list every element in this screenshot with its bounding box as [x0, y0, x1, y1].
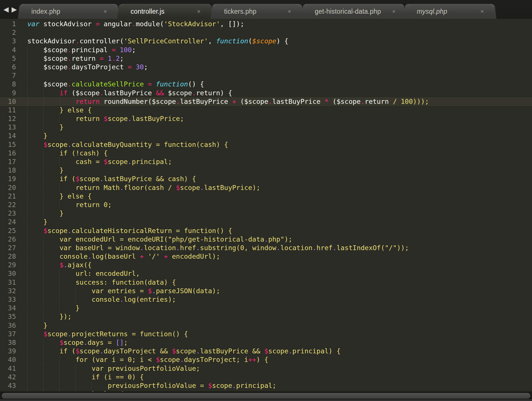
tab-close-icon[interactable]: ✕	[103, 4, 107, 19]
code-line[interactable]: 20 return Math.floor(cash / $scope.lastB…	[0, 183, 532, 192]
code-line[interactable]: 43 previousPortfolioValue = $scope.princ…	[0, 381, 532, 390]
line-number: 9	[0, 89, 16, 97]
code-text: $scope.projectReturns = function() {	[27, 330, 188, 338]
line-number: 11	[0, 106, 16, 114]
code-editor[interactable]: 1var stockAdvisor = angular.module('Stoc…	[0, 19, 532, 392]
code-line[interactable]: 40 for (var i = 0; i < $scope.daysToProj…	[0, 355, 532, 364]
code-line[interactable]: 1var stockAdvisor = angular.module('Stoc…	[0, 20, 532, 28]
tab-close-icon[interactable]: ✕	[392, 4, 396, 19]
tab-get-historical-data.php[interactable]: get-historical-data.php✕	[305, 4, 402, 19]
line-number: 34	[0, 304, 16, 312]
code-text: } else {	[27, 192, 92, 200]
code-text: previousPortfolioValue = $scope.principa…	[27, 381, 276, 390]
line-number: 26	[0, 235, 16, 244]
code-line[interactable]: 39 if ($scope.daysToProject && $scope.la…	[0, 347, 532, 355]
code-line[interactable]: 29 $.ajax({	[0, 261, 532, 269]
code-text: var previousPortfolioValue;	[27, 364, 200, 373]
code-text: return Math.floor(cash / $scope.lastBuyP…	[27, 183, 260, 192]
code-line[interactable]: 12 return $scope.lastBuyPrice;	[0, 114, 532, 123]
code-line[interactable]: 17 cash = $scope.principal;	[0, 157, 532, 166]
code-line[interactable]: 13 }	[0, 123, 532, 131]
line-number: 1	[0, 20, 16, 28]
line-number: 12	[0, 114, 16, 123]
code-line[interactable]: 19 if ($scope.lastBuyPrice && cash) {	[0, 175, 532, 183]
code-line[interactable]: 23 }	[0, 209, 532, 218]
tab-bar: ◀ ▶ index.php✕controller.js✕tickers.php✕…	[0, 0, 532, 19]
code-line[interactable]: 34 }	[0, 304, 532, 312]
tab-strip: index.php✕controller.js✕tickers.php✕get-…	[22, 4, 493, 19]
code-line[interactable]: 35 });	[0, 312, 532, 321]
line-number: 31	[0, 278, 16, 287]
code-line[interactable]: 31 success: function(data) {	[0, 278, 532, 287]
line-number: 36	[0, 321, 16, 330]
tab-close-icon[interactable]: ✕	[480, 4, 484, 19]
tab-label: mysql.php	[417, 4, 447, 19]
code-line[interactable]: 11 } else {	[0, 106, 532, 114]
code-line[interactable]: 15 $scope.calculateBuyQuantity = functio…	[0, 140, 532, 149]
tab-close-icon[interactable]: ✕	[288, 4, 291, 19]
line-number: 6	[0, 63, 16, 71]
line-number: 14	[0, 131, 16, 140]
code-line[interactable]: 33 console.log(entries);	[0, 295, 532, 304]
code-line[interactable]: 4 $scope.principal = 100;	[0, 46, 532, 54]
code-line[interactable]: 32 var entries = $.parseJSON(data);	[0, 287, 532, 295]
code-text: if (i == 0) {	[27, 373, 144, 381]
line-number: 8	[0, 80, 16, 88]
line-number: 27	[0, 244, 16, 252]
code-text: }	[27, 131, 47, 140]
code-line-active[interactable]: 10 return roundNumber($scope.lastBuyPric…	[0, 97, 532, 106]
forward-arrow-icon[interactable]: ▶	[11, 6, 17, 13]
code-text: }	[27, 218, 47, 226]
horizontal-scrollbar-track[interactable]	[0, 392, 532, 399]
line-number: 35	[0, 312, 16, 321]
line-number: 25	[0, 226, 16, 235]
tab-controller.js[interactable]: controller.js✕	[121, 4, 209, 19]
code-line[interactable]: 3stockAdvisor.controller('SellPriceContr…	[0, 37, 532, 45]
code-line[interactable]: 18 }	[0, 166, 532, 175]
code-line[interactable]: 7	[0, 71, 532, 80]
code-line[interactable]: 9 if ($scope.lastBuyPrice && $scope.retu…	[0, 89, 532, 97]
tab-index.php[interactable]: index.php✕	[22, 4, 116, 19]
line-number: 5	[0, 54, 16, 63]
code-text: if ($scope.daysToProject && $scope.lastB…	[27, 347, 341, 355]
line-number: 29	[0, 261, 16, 269]
code-line[interactable]: 14 }	[0, 131, 532, 140]
code-line[interactable]: 5 $scope.return = 1.2;	[0, 54, 532, 63]
line-number: 7	[0, 71, 16, 80]
code-text: return $scope.lastBuyPrice;	[27, 114, 184, 123]
line-number: 16	[0, 149, 16, 157]
code-line[interactable]: 36 }	[0, 321, 532, 330]
code-line[interactable]: 24 }	[0, 218, 532, 226]
code-line[interactable]: 38 $scope.days = [];	[0, 338, 532, 347]
code-text: var baseUrl = window.location.href.subst…	[27, 244, 409, 252]
code-line[interactable]: 41 var previousPortfolioValue;	[0, 364, 532, 373]
back-arrow-icon[interactable]: ◀	[3, 6, 9, 13]
code-text: $.ajax({	[27, 261, 92, 269]
code-line[interactable]: 27 var baseUrl = window.location.href.su…	[0, 244, 532, 252]
code-line[interactable]: 6 $scope.daysToProject = 30;	[0, 63, 532, 71]
code-line[interactable]: 28 console.log(baseUrl + '/' + encodedUr…	[0, 252, 532, 261]
code-text: }	[27, 123, 64, 131]
horizontal-scrollbar-thumb[interactable]	[2, 393, 530, 399]
code-text: $scope.calculateHistoricalReturn = funct…	[27, 226, 232, 235]
line-number: 37	[0, 330, 16, 338]
code-line[interactable]: 25 $scope.calculateHistoricalReturn = fu…	[0, 226, 532, 235]
code-line[interactable]: 16 if (!cash) {	[0, 149, 532, 157]
code-line[interactable]: 30 url: encodedUrl,	[0, 269, 532, 278]
code-line[interactable]: 8 $scope.calculateSellPrice = function()…	[0, 80, 532, 88]
tab-label: index.php	[31, 4, 60, 19]
code-text: $scope.calculateBuyQuantity = function(c…	[27, 140, 228, 149]
code-line[interactable]: 37 $scope.projectReturns = function() {	[0, 330, 532, 338]
code-line[interactable]: 2	[0, 28, 532, 37]
line-number: 20	[0, 183, 16, 192]
code-line[interactable]: 26 var encodedUrl = encodeURI("php/get-h…	[0, 235, 532, 244]
code-text: success: function(data) {	[27, 278, 176, 287]
code-text: console.log(entries);	[27, 295, 176, 304]
code-line[interactable]: 42 if (i == 0) {	[0, 373, 532, 381]
tab-mysql.php[interactable]: mysql.php✕	[407, 4, 493, 19]
tab-tickers.php[interactable]: tickers.php✕	[214, 4, 300, 19]
code-line[interactable]: 21 } else {	[0, 192, 532, 200]
tab-close-icon[interactable]: ✕	[197, 4, 201, 19]
code-line[interactable]: 22 return 0;	[0, 200, 532, 209]
line-number: 18	[0, 166, 16, 175]
